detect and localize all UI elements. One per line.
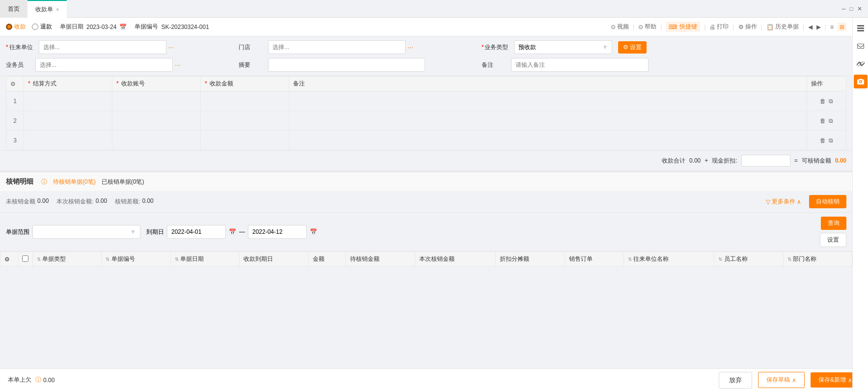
row3-account[interactable] <box>112 131 201 150</box>
row2-account-input[interactable] <box>112 111 200 130</box>
action-print[interactable]: 🖨 打印 <box>709 23 729 31</box>
date-from-input[interactable] <box>167 225 226 239</box>
action-history[interactable]: 📋 历史单据 <box>766 23 799 31</box>
row3-settlement-input[interactable] <box>24 131 112 150</box>
row2-amount[interactable] <box>201 111 289 131</box>
note-label: 备注 <box>482 61 511 69</box>
view-list-icon[interactable]: ≡ <box>830 24 834 30</box>
action-operate[interactable]: ⚙ 操作 <box>738 23 757 31</box>
summary-row: 收款合计 0.00 + 现金折扣: = 可核销金额 0.00 <box>0 150 852 170</box>
th-checkbox[interactable] <box>18 252 33 267</box>
row1-amount[interactable] <box>201 91 289 111</box>
row1-amount-input[interactable] <box>201 91 289 111</box>
action-video[interactable]: ⊙ 视频 <box>611 23 629 31</box>
summary-input[interactable] <box>268 58 425 72</box>
radio-receipt[interactable]: 收款 <box>6 23 26 31</box>
sort-icon-6: ⇅ <box>787 256 791 262</box>
staff-more-btn[interactable]: ··· <box>175 61 181 69</box>
action-help[interactable]: ⊙ 帮助 <box>638 23 656 31</box>
filter-settings-btn[interactable]: 设置 <box>820 233 846 247</box>
date-from-cal[interactable]: 📅 <box>229 228 236 235</box>
row3-copy-icon[interactable]: ⧉ <box>829 137 833 144</box>
row1-account[interactable] <box>112 91 201 111</box>
counterpart-more-btn[interactable]: ··· <box>168 43 174 51</box>
save-draft-btn[interactable]: 保存草稿 ∧ <box>758 372 805 388</box>
save-new-arrow: ∧ <box>848 377 852 384</box>
diff-value: 0.00 <box>142 197 153 206</box>
row2-settlement-input[interactable] <box>24 111 112 130</box>
row2-amount-input[interactable] <box>201 111 289 130</box>
settings-icon-bottom[interactable]: ⚙ <box>4 256 10 263</box>
minimize-btn[interactable]: ─ <box>841 5 846 12</box>
verification-title: 核销明细 <box>6 177 33 186</box>
tab-active[interactable]: 收款单 × <box>27 0 67 18</box>
summary-field-group: 摘要 <box>239 58 445 72</box>
staff-input[interactable] <box>35 58 173 72</box>
row3-note-input[interactable] <box>289 131 807 150</box>
store-input[interactable] <box>268 40 406 54</box>
settings-col-icon[interactable]: ⚙ <box>10 81 16 87</box>
counterpart-input[interactable] <box>39 40 166 54</box>
close-btn[interactable]: ✕ <box>857 5 862 12</box>
row3-note[interactable] <box>289 131 807 150</box>
tab-home[interactable]: 首页 <box>0 0 27 18</box>
row1-settlement[interactable] <box>24 91 112 111</box>
th-amount-label: 收款金额 <box>210 80 233 87</box>
verification-info-icon[interactable]: ⓘ <box>41 178 47 186</box>
settings-btn[interactable]: ⚙ 设置 <box>618 41 647 54</box>
radio-receipt-input[interactable] <box>6 24 12 30</box>
row1-settlement-input[interactable] <box>24 91 112 111</box>
store-more-btn[interactable]: ··· <box>407 43 413 51</box>
range-select[interactable]: ▼ <box>32 225 140 239</box>
row2-note[interactable] <box>289 111 807 131</box>
row1-account-input[interactable] <box>112 91 200 111</box>
sidebar-link-icon[interactable] <box>854 57 868 71</box>
footer-info-icon[interactable]: ⓘ <box>35 376 41 384</box>
row2-account[interactable] <box>112 111 201 131</box>
row1-copy-icon[interactable]: ⧉ <box>829 98 833 105</box>
unverified-value: 0.00 <box>37 197 49 206</box>
th-dept-name-label: 部门名称 <box>793 255 816 262</box>
select-all-checkbox[interactable] <box>22 255 28 262</box>
discount-input[interactable] <box>741 155 790 167</box>
row2-settlement[interactable] <box>24 111 112 131</box>
th-settings-bottom[interactable]: ⚙ <box>0 252 18 267</box>
row2-delete-icon[interactable]: 🗑 <box>820 117 826 124</box>
row1-note-input[interactable] <box>289 91 807 111</box>
query-btn[interactable]: 查询 <box>821 217 846 230</box>
radio-refund-input[interactable] <box>32 24 38 30</box>
row3-amount[interactable] <box>201 131 289 150</box>
current-value: 0.00 <box>96 197 107 206</box>
sidebar-camera-icon[interactable] <box>854 75 868 88</box>
prev-icon[interactable]: ◀ <box>808 24 813 30</box>
biz-type-select[interactable]: 预收款 ▼ <box>514 40 612 54</box>
row2-note-input[interactable] <box>289 111 807 130</box>
row3-amount-input[interactable] <box>201 131 289 150</box>
auto-verify-btn[interactable]: 自动核销 <box>809 195 846 208</box>
th-settings[interactable]: ⚙ <box>6 77 24 91</box>
divider6: | <box>803 24 804 30</box>
sidebar-email-icon[interactable] <box>854 39 868 53</box>
action-shortcut[interactable]: ⌨快捷键 <box>666 22 700 32</box>
row1-delete-icon[interactable]: 🗑 <box>820 98 826 105</box>
maximize-btn[interactable]: □ <box>850 5 853 12</box>
row2-copy-icon[interactable]: ⧉ <box>829 117 833 124</box>
calendar-icon[interactable]: 📅 <box>119 24 127 30</box>
next-icon[interactable]: ▶ <box>816 24 821 30</box>
verified-tab[interactable]: 已核销单据(0笔) <box>102 178 144 186</box>
sidebar-table-icon[interactable] <box>854 22 868 35</box>
view-grid-icon[interactable]: ⊞ <box>838 23 846 31</box>
row1-note[interactable] <box>289 91 807 111</box>
radio-refund[interactable]: 退款 <box>32 23 52 31</box>
pending-tab[interactable]: 待核销单据(0笔) <box>53 178 96 186</box>
note-input[interactable] <box>511 58 649 72</box>
row3-settlement[interactable] <box>24 131 112 150</box>
tab-close-icon[interactable]: × <box>56 0 59 18</box>
date-to-input[interactable] <box>248 225 307 239</box>
row3-delete-icon[interactable]: 🗑 <box>820 137 826 144</box>
row3-account-input[interactable] <box>112 131 200 150</box>
abandon-btn[interactable]: 放弃 <box>719 372 752 389</box>
date-to-cal[interactable]: 📅 <box>310 228 317 235</box>
unverified-label: 未核销金额 <box>6 197 35 206</box>
more-conditions-btn[interactable]: ▽ 更多条件 ∧ <box>766 197 801 206</box>
